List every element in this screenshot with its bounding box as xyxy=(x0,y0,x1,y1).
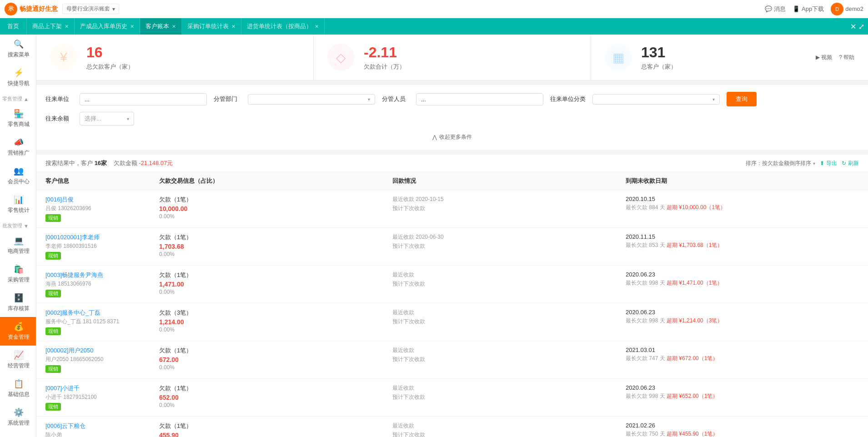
logo-icon: 示 xyxy=(5,3,17,15)
recovery-date-3: 最近收款 xyxy=(392,309,626,316)
recovery-info-0: 最近收款 2020-10-15 预计下次收款 xyxy=(392,196,626,212)
video-btn[interactable]: ▶ 视频 xyxy=(816,54,832,61)
dept-select[interactable]: ▾ xyxy=(248,94,375,105)
supplier-input[interactable]: ... xyxy=(80,93,207,105)
message-btn[interactable]: 💬 消息 xyxy=(765,5,786,13)
tab-incoming[interactable]: 进货单统计表（按商品） ✕ xyxy=(241,18,325,35)
app-logo: 示 畅捷通好生意 xyxy=(5,3,58,15)
person-input[interactable]: ... xyxy=(416,93,543,105)
debt-amount-0[interactable]: 10,000.00 xyxy=(159,205,392,212)
tab-purchase-close[interactable]: ✕ xyxy=(231,24,236,30)
refresh-btn[interactable]: ↻ 刷新 xyxy=(842,160,859,167)
sidebar-item-ecommerce[interactable]: 💻 电商管理 xyxy=(0,231,36,260)
sidebar-item-purchase[interactable]: 🛍️ 采购管理 xyxy=(0,260,36,288)
customer-contact-6: 陈小弟 xyxy=(45,431,159,437)
sidebar-item-search[interactable]: 🔍 搜索菜单 xyxy=(0,35,36,63)
customer-name-4[interactable]: [000002]用户2050 xyxy=(45,347,159,355)
store-selector[interactable]: 母婴行业演示账套 ▾ xyxy=(62,4,119,14)
results-summary-text: 搜索结果中，客户 16家 欠款金额 -21,148.07元 xyxy=(45,159,173,167)
customer-tag-3: 现销 xyxy=(45,327,61,335)
tab-products-close[interactable]: ✕ xyxy=(65,24,69,30)
sidebar-item-system[interactable]: ⚙️ 系统管理 xyxy=(0,403,36,432)
help-btn[interactable]: ? 帮助 xyxy=(839,54,854,61)
tabs-expand-icon[interactable]: ⤢ xyxy=(858,22,864,31)
debt-amount-1[interactable]: 1,703.68 xyxy=(159,243,392,250)
customer-name-1[interactable]: [0001020001]李老师 xyxy=(45,233,159,241)
tab-products[interactable]: 商品上下架 ✕ xyxy=(27,18,75,35)
sidebar-section-wholesale[interactable]: 批发管理 ▼ xyxy=(0,219,36,231)
customer-name-2[interactable]: [0003]畅捷服务尹海燕 xyxy=(45,271,159,279)
customer-name-5[interactable]: [0007]小进千 xyxy=(45,384,159,392)
sidebar-item-enterprise[interactable]: 🤝 企业协同 xyxy=(0,432,36,437)
balance-select[interactable]: 选择... ▾ xyxy=(80,112,134,126)
overdue-amount-4[interactable]: 超期 ¥672.00（1笔） xyxy=(667,355,718,362)
overdue-amount-6[interactable]: 超期 ¥455.90（1笔） xyxy=(667,431,718,437)
tab-customer-close[interactable]: ✕ xyxy=(172,24,176,30)
sidebar-section-retail[interactable]: 零售管理 ▲ xyxy=(0,92,36,104)
sidebar-label-basic-info: 基础信息 xyxy=(8,391,30,398)
sidebar: 🔍 搜索菜单 ⚡ 快捷导航 零售管理 ▲ 🏪 零售商城 📣 营销推广 👥 会员中… xyxy=(0,35,36,437)
sidebar-item-finance[interactable]: 💰 资金管理 xyxy=(0,317,36,346)
due-date-3: 2020.06.23 xyxy=(626,309,859,316)
tab-customer[interactable]: 客户账本 ✕ xyxy=(140,18,182,35)
stat-info-debt-amount: -2.11 欠款合计（万） xyxy=(364,44,577,71)
sidebar-item-basic-info[interactable]: 📋 基础信息 xyxy=(0,374,36,403)
user-profile[interactable]: D demo2 xyxy=(831,3,863,15)
debt-amount-3[interactable]: 1,214.00 xyxy=(159,318,392,326)
recovery-next-3: 预计下次收款 xyxy=(392,318,626,326)
sidebar-item-operations[interactable]: 📈 经营管理 xyxy=(0,346,36,374)
debt-amount-4[interactable]: 672.00 xyxy=(159,356,392,363)
sidebar-item-members[interactable]: 👥 会员中心 xyxy=(0,161,36,190)
video-label: 视频 xyxy=(821,54,832,61)
sidebar-item-inventory[interactable]: 🗄️ 库存核算 xyxy=(0,288,36,317)
app-download-btn[interactable]: 📱 App下载 xyxy=(793,5,824,13)
recovery-info-2: 最近收款 预计下次收款 xyxy=(392,271,626,288)
collapse-button[interactable]: ⋀ 收起更多条件 xyxy=(45,131,859,143)
overdue-amount-1[interactable]: 超期 ¥1,703.68（1笔） xyxy=(667,242,722,248)
tab-production-close[interactable]: ✕ xyxy=(130,24,134,30)
tab-purchase[interactable]: 采购订单统计表 ✕ xyxy=(182,18,241,35)
debt-ratio-5: 0.00% xyxy=(159,402,392,408)
customer-info-2: [0003]畅捷服务尹海燕 海燕 18513066976 现销 xyxy=(45,271,159,297)
sidebar-label-operations: 经营管理 xyxy=(8,362,30,370)
debt-ratio-1: 0.00% xyxy=(159,251,392,257)
stat-icon-total-customers: ▦ xyxy=(605,44,632,71)
recovery-info-1: 最近收款 2020-06-30 预计下次收款 xyxy=(392,233,626,250)
customer-name-0[interactable]: [0016]吕俊 xyxy=(45,196,159,204)
tab-home[interactable]: 首页 xyxy=(0,18,27,35)
tab-incoming-label: 进货单统计表（按商品） xyxy=(247,22,312,30)
system-icon: ⚙️ xyxy=(14,407,24,417)
debt-amount-5[interactable]: 652.00 xyxy=(159,394,392,401)
recovery-next-0: 预计下次收款 xyxy=(392,205,626,212)
overdue-amount-0[interactable]: 超期 ¥10,000.00（1笔） xyxy=(667,204,726,211)
stat-label-debt-customers: 总欠款客户（家） xyxy=(86,63,300,71)
overdue-amount-2[interactable]: 超期 ¥1,471.00（1笔） xyxy=(667,280,722,286)
retail-mall-icon: 🏪 xyxy=(14,109,24,119)
balance-value: 选择... xyxy=(85,115,101,123)
debt-amount-2[interactable]: 1,471.00 xyxy=(159,281,392,288)
top-bar-right: 💬 消息 📱 App下载 D demo2 xyxy=(765,3,863,15)
sidebar-item-retail-stats[interactable]: 📊 零售统计 xyxy=(0,190,36,219)
sidebar-item-retail-mall[interactable]: 🏪 零售商城 xyxy=(0,104,36,133)
tab-incoming-close[interactable]: ✕ xyxy=(315,24,319,30)
debt-amount-6[interactable]: 455.90 xyxy=(159,432,392,437)
category-select[interactable]: ▾ xyxy=(592,94,720,105)
tabs-collapse-icon[interactable]: ✕ xyxy=(850,22,856,31)
overdue-amount-3[interactable]: 超期 ¥1,214.00（3笔） xyxy=(667,317,722,324)
due-date-6: 2021.02.26 xyxy=(626,422,859,429)
sidebar-label-inventory: 库存核算 xyxy=(8,305,30,312)
overdue-amount-5[interactable]: 超期 ¥652.00（1笔） xyxy=(667,393,718,399)
category-chevron: ▾ xyxy=(712,97,715,102)
due-days-1: 最长欠款 853 天 超期 ¥1,703.68（1笔） xyxy=(626,241,859,249)
tab-customer-label: 客户账本 xyxy=(146,22,169,30)
customer-name-3[interactable]: [0002]服务中心_丁磊 xyxy=(45,309,159,317)
sort-select[interactable]: 排序：按欠款金额倒序排序 ▾ xyxy=(746,160,815,167)
export-btn[interactable]: ⬆ 导出 xyxy=(820,160,837,167)
debt-ratio-0: 0.00% xyxy=(159,213,392,220)
search-button[interactable]: 查询 xyxy=(727,92,757,106)
sidebar-item-quick-nav[interactable]: ⚡ 快捷导航 xyxy=(0,63,36,92)
tab-production[interactable]: 产成品入库单历史 ✕ xyxy=(75,18,140,35)
customer-name-6[interactable]: [0006]云下粮仓 xyxy=(45,422,159,430)
sidebar-item-marketing[interactable]: 📣 营销推广 xyxy=(0,133,36,161)
app-name: 畅捷通好生意 xyxy=(20,5,58,13)
